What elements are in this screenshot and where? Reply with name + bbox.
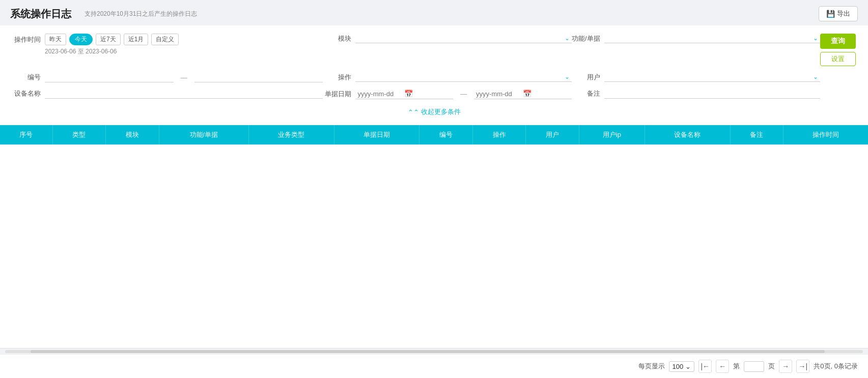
operation-dropdown-icon: ⌄ <box>565 73 570 80</box>
per-page-value: 100 <box>673 363 684 370</box>
query-button[interactable]: 查询 <box>820 34 856 49</box>
pagination: 每页显示 100 ⌄ |← ← 第 1 页 → →| 共0页, 0条记录 <box>0 354 868 378</box>
time-range: 2023-06-06 至 2023-06-06 <box>45 48 117 55</box>
device-filter: 设备名称 <box>12 89 323 99</box>
remark-input[interactable] <box>604 89 820 99</box>
col-index: 序号 <box>0 125 52 144</box>
filter-row-1: 操作时间 昨天 今天 近7天 近1月 自定义 2023-06-06 至 2023… <box>12 34 856 66</box>
feature-dropdown-icon: ⌄ <box>813 35 818 42</box>
collapse-icon: ⌃⌃ <box>408 108 419 116</box>
col-biz-type: 业务类型 <box>249 125 334 144</box>
voucher-date-end-wrap: 📅 <box>474 89 572 99</box>
number-label: 编号 <box>12 73 41 82</box>
number-input-end[interactable] <box>194 72 323 82</box>
feature-label: 功能/单据 <box>572 34 600 43</box>
filter-panel: 操作时间 昨天 今天 近7天 近1月 自定义 2023-06-06 至 2023… <box>0 25 868 125</box>
voucher-date-start[interactable] <box>357 90 403 98</box>
per-page-dropdown-icon: ⌄ <box>685 363 691 370</box>
col-feature: 功能/单据 <box>159 125 248 144</box>
table-container: 序号 类型 模块 功能/单据 业务类型 单据日期 编号 操作 用户 用户ip 设… <box>0 125 868 348</box>
collapse-label: 收起更多条件 <box>421 107 461 117</box>
horizontal-scrollbar[interactable] <box>0 348 868 354</box>
voucher-date-end[interactable] <box>476 90 522 98</box>
collapse-row: ⌃⌃ 收起更多条件 <box>12 105 856 119</box>
page-prefix-label: 第 <box>733 362 740 371</box>
time-btn-yesterday[interactable]: 昨天 <box>45 34 66 45</box>
col-voucher-date: 单据日期 <box>334 125 419 144</box>
last-page-button[interactable]: →| <box>796 360 809 373</box>
action-buttons: 查询 设置 <box>820 34 856 66</box>
col-device: 设备名称 <box>645 125 730 144</box>
col-user-ip: 用户ip <box>579 125 645 144</box>
data-table: 序号 类型 模块 功能/单据 业务类型 单据日期 编号 操作 用户 用户ip 设… <box>0 125 868 144</box>
total-info: 共0页, 0条记录 <box>814 362 858 371</box>
voucher-date-filter: 单据日期 📅 — 📅 <box>323 89 571 99</box>
collapse-button[interactable]: ⌃⌃ 收起更多条件 <box>400 105 469 119</box>
user-select[interactable]: ⌄ <box>604 72 820 82</box>
operation-label: 操作 <box>323 73 351 82</box>
user-dropdown-icon: ⌄ <box>813 73 818 80</box>
col-module: 模块 <box>106 125 159 144</box>
time-btn-custom[interactable]: 自定义 <box>151 34 179 45</box>
table-header-row: 序号 类型 模块 功能/单据 业务类型 单据日期 编号 操作 用户 用户ip 设… <box>0 125 868 144</box>
per-page-label: 每页显示 <box>638 362 665 371</box>
number-input-start[interactable] <box>45 72 174 82</box>
time-btn-today[interactable]: 今天 <box>69 34 93 45</box>
settings-button[interactable]: 设置 <box>820 52 856 66</box>
filter-row-2: 编号 — 操作 ⌄ 用户 ⌄ <box>12 72 856 82</box>
export-button[interactable]: 💾 导出 <box>819 6 858 21</box>
col-number: 编号 <box>419 125 472 144</box>
feature-select[interactable]: ⌄ <box>604 34 820 43</box>
col-operation: 操作 <box>472 125 525 144</box>
first-page-button[interactable]: |← <box>698 360 712 373</box>
user-label: 用户 <box>572 73 600 82</box>
page-suffix-label: 页 <box>768 362 775 371</box>
table-header: 序号 类型 模块 功能/单据 业务类型 单据日期 编号 操作 用户 用户ip 设… <box>0 125 868 144</box>
page-header: 系统操作日志 支持2020年10月31日之后产生的操作日志 💾 导出 <box>0 0 868 25</box>
calendar-start-icon[interactable]: 📅 <box>404 90 413 98</box>
page-title: 系统操作日志 <box>10 7 71 21</box>
export-icon: 💾 <box>826 10 835 18</box>
module-filter: 模块 ⌄ <box>323 34 571 43</box>
voucher-date-label: 单据日期 <box>323 90 351 99</box>
calendar-end-icon[interactable]: 📅 <box>523 90 531 98</box>
col-remark: 备注 <box>730 125 783 144</box>
remark-filter: 备注 <box>572 89 820 99</box>
time-btn-1month[interactable]: 近1月 <box>124 34 149 45</box>
page-number-input[interactable]: 1 <box>744 361 764 372</box>
user-filter: 用户 ⌄ <box>572 72 820 82</box>
number-filter: 编号 — <box>12 72 323 82</box>
device-label: 设备名称 <box>12 89 41 98</box>
col-type: 类型 <box>52 125 105 144</box>
module-select[interactable]: ⌄ <box>355 34 571 43</box>
filter-row-3: 设备名称 单据日期 📅 — 📅 备注 <box>12 89 856 99</box>
feature-filter: 功能/单据 ⌄ <box>572 34 820 43</box>
module-label: 模块 <box>323 34 351 43</box>
voucher-date-start-wrap: 📅 <box>355 89 453 99</box>
time-btn-7days[interactable]: 近7天 <box>96 34 121 45</box>
scrollbar-thumb <box>31 350 825 353</box>
export-label: 导出 <box>837 9 850 18</box>
time-label: 操作时间 <box>12 35 41 44</box>
operation-select[interactable]: ⌄ <box>355 72 571 82</box>
module-dropdown-icon: ⌄ <box>565 35 570 42</box>
remark-label: 备注 <box>572 89 600 98</box>
col-op-time: 操作时间 <box>783 125 868 144</box>
date-dash: — <box>460 90 467 98</box>
device-input[interactable] <box>45 89 323 99</box>
header-left: 系统操作日志 支持2020年10月31日之后产生的操作日志 <box>10 7 197 21</box>
next-page-button[interactable]: → <box>779 360 792 373</box>
prev-page-button[interactable]: ← <box>716 360 729 373</box>
col-user: 用户 <box>526 125 579 144</box>
page-subtitle: 支持2020年10月31日之后产生的操作日志 <box>85 10 197 18</box>
scrollbar-track <box>5 350 863 353</box>
operation-filter: 操作 ⌄ <box>323 72 571 82</box>
time-filter: 操作时间 昨天 今天 近7天 近1月 自定义 2023-06-06 至 2023… <box>12 34 323 56</box>
time-buttons: 昨天 今天 近7天 近1月 自定义 <box>45 34 179 45</box>
per-page-select[interactable]: 100 ⌄ <box>669 361 695 372</box>
number-dash: — <box>181 74 187 81</box>
